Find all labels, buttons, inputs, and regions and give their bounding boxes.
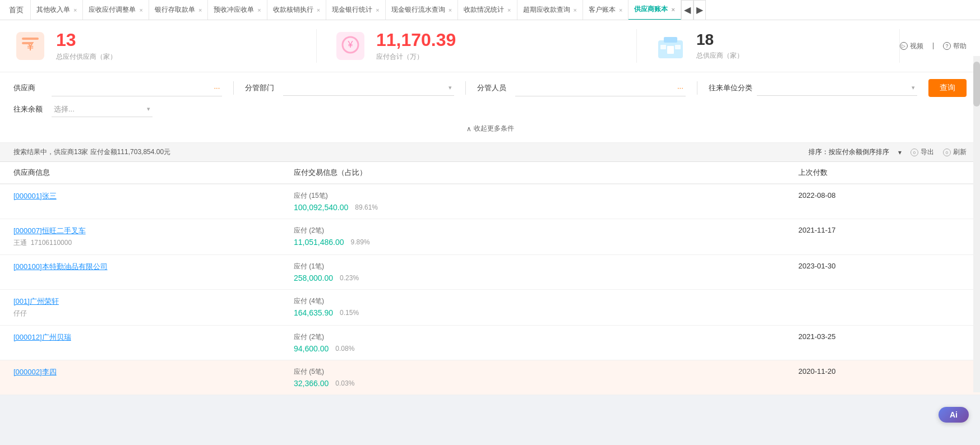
chevron-down-icon: ▾ [912,84,915,91]
result-text: 搜索结果中，供应商13家 应付金额111,703,854.00元 [13,147,170,157]
nav-tab-label: 银行存取款单 [155,5,195,15]
nav-tab-customer-ledger[interactable]: 客户账本 × [583,0,628,20]
dept-select[interactable]: ▾ [283,80,454,96]
nav-tab-other-income[interactable]: 其他收入单 × [31,0,83,20]
nav-tab-cash-bank-stats[interactable]: 现金银行统计 × [326,0,385,20]
transaction-percentage: 0.03% [335,379,354,387]
transaction-cell: 应付 (5笔) 32,366.00 0.03% [294,367,798,388]
export-button[interactable]: ○ 导出 [910,147,934,157]
close-icon[interactable]: × [507,7,511,13]
table-row[interactable]: [000100]本特勤油品有限公司 应付 (1笔) 258,000.00 0.2… [0,255,980,290]
export-label: 导出 [921,147,934,157]
close-icon[interactable]: × [376,7,379,13]
supplier-cell: [000012]广州贝瑞 [13,332,294,342]
summary-payable-total: ¥ 11,170.39 应付合计（万） [317,29,637,63]
help-circle-icon: ? [943,42,951,50]
scrollbar[interactable] [973,56,980,392]
all-supplier-number: 18 [696,31,743,49]
table-row[interactable]: [000012]广州贝瑞 应付 (2笔) 94,600.00 0.08% 202… [0,326,980,360]
supplier-cell: [000001]张三 [13,191,294,201]
supplier-table: 供应商信息 应付交易信息（占比） 上次付数 [000001]张三 应付 (15笔… [0,162,980,395]
search-button[interactable]: 查询 [928,79,967,97]
nav-tab-home[interactable]: 首页 [2,0,31,20]
chevron-down-icon: ▾ [147,105,150,113]
supplier-link[interactable]: [000007]恒旺二手叉车 [13,226,86,235]
nav-tab-advance[interactable]: 预收冲应收单 × [208,0,267,20]
close-icon[interactable]: × [139,7,142,13]
supplier-label: 供应商 [13,83,47,93]
supplier-input-wrapper: ··· [52,80,222,96]
supplier-link[interactable]: [000001]张三 [13,192,57,200]
transaction-cell: 应付 (15笔) 100,092,540.00 89.61% [294,191,798,212]
nav-next-arrow[interactable]: ▶ [694,0,706,20]
nav-tab-label: 收款情况统计 [464,5,504,15]
close-icon[interactable]: × [257,7,261,13]
nav-prev-arrow[interactable]: ◀ [681,0,694,20]
filter-category: 往来单位分类 ▾ [709,80,917,96]
supplier-input[interactable] [52,80,211,96]
transaction-cell: 应付 (4笔) 164,635.90 0.15% [294,296,798,317]
last-pay-date: 2021-03-25 [798,332,836,341]
nav-tab-adjustment[interactable]: 应收应付调整单 × [83,0,149,20]
supplier-link[interactable]: [000012]广州贝瑞 [13,333,71,341]
transaction-percentage: 0.08% [335,345,354,353]
close-icon[interactable]: × [449,7,452,13]
last-pay-cell: 2023-01-30 [798,262,967,270]
supplier-link[interactable]: [001]广州荣轩 [13,297,59,305]
top-navigation: 首页 其他收入单 × 应收应付调整单 × 银行存取款单 × 预收冲应收单 × 收… [0,0,980,20]
person-dots-icon[interactable]: ··· [675,84,686,92]
category-select[interactable]: ▾ [757,80,917,96]
close-icon[interactable]: × [317,7,320,13]
filter-balance: 往来余额 选择... ▾ [13,101,193,117]
nav-tab-bank-deposit[interactable]: 银行存取款单 × [149,0,208,20]
table-row[interactable]: [000001]张三 应付 (15笔) 100,092,540.00 89.61… [0,184,980,219]
nav-tab-cash-bank-flow[interactable]: 现金银行流水查询 × [386,0,458,20]
close-icon[interactable]: × [198,7,202,13]
supplier-cell: [000100]本特勤油品有限公司 [13,262,294,272]
balance-label: 往来余额 [13,104,47,114]
supplier-link[interactable]: [000100]本特勤油品有限公司 [13,262,108,271]
sort-label[interactable]: 排序：按应付余额倒序排序 [808,147,889,157]
transaction-amount: 94,600.00 [294,344,329,353]
balance-select[interactable]: 选择... ▾ [52,101,152,117]
table-row[interactable]: [001]广州荣轩 仔仔 应付 (4笔) 164,635.90 0.15% [0,290,980,326]
summary-text-payable: 13 总应付供应商（家） [56,30,117,62]
supplier-cell: [000002]李四 [13,367,294,377]
close-icon[interactable]: × [671,6,674,13]
nav-tab-label: 其他收入单 [36,5,70,15]
transaction-label: 应付 (1笔) [294,262,798,271]
transaction-label: 应付 (4笔) [294,296,798,306]
nav-tab-label: 收款核销执行 [273,5,313,15]
result-bar: 搜索结果中，供应商13家 应付金额111,703,854.00元 排序：按应付余… [0,143,980,162]
transaction-cell: 应付 (2笔) 11,051,486.00 9.89% [294,226,798,247]
nav-tab-collection-stats[interactable]: 收款情况统计 × [458,0,517,20]
collapse-button[interactable]: ∧ 收起更多条件 [466,122,514,136]
close-icon[interactable]: × [574,7,577,13]
transaction-amount: 258,000.00 [294,274,333,282]
refresh-label: 刷新 [953,147,967,157]
svg-rect-10 [660,45,666,49]
result-actions: 排序：按应付余额倒序排序 ▾ ○ 导出 ○ 刷新 [808,147,967,157]
transaction-percentage: 0.15% [340,309,359,317]
nav-tab-collection[interactable]: 收款核销执行 × [267,0,326,20]
supplier-icon [654,29,687,63]
supplier-dots-icon[interactable]: ··· [211,84,222,92]
nav-tab-supplier-ledger[interactable]: 供应商账本 × [628,0,681,20]
video-link[interactable]: 视频 [910,41,923,51]
close-icon[interactable]: × [619,7,622,13]
collapse-label: 收起更多条件 [474,124,514,133]
scrollbar-thumb[interactable] [973,62,980,106]
total-icon: ¥ [334,29,367,63]
last-pay-date: 2021-11-17 [798,226,836,234]
table-row[interactable]: [000007]恒旺二手叉车 王通 17106110000 应付 (2笔) 11… [0,219,980,255]
payable-number: 13 [56,30,117,50]
table-row[interactable]: [000002]李四 应付 (5笔) 32,366.00 0.03% 2020-… [0,360,980,395]
nav-tab-overdue[interactable]: 超期应收款查询 × [517,0,583,20]
refresh-button[interactable]: ○ 刷新 [943,147,967,157]
help-link[interactable]: 帮助 [953,41,967,51]
close-icon[interactable]: × [73,7,77,13]
person-input[interactable] [515,80,675,96]
last-pay-cell: 2021-03-25 [798,332,967,341]
transaction-label: 应付 (2笔) [294,226,798,235]
supplier-link[interactable]: [000002]李四 [13,368,57,376]
